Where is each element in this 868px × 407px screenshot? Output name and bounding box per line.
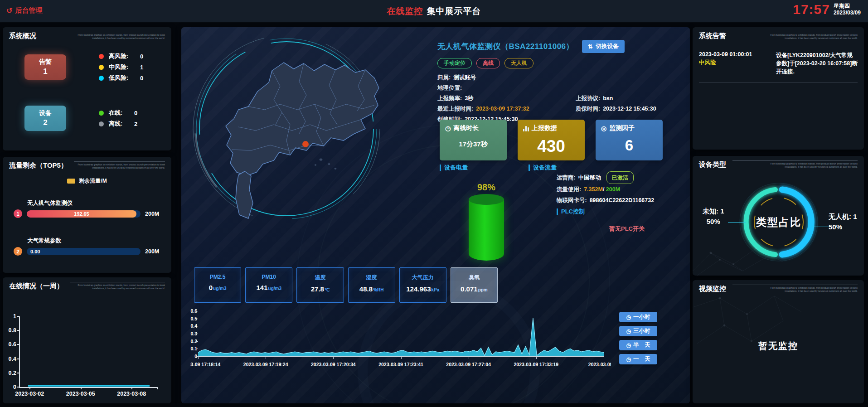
panel-note-line2: installations, it has been used by renow… (785, 165, 858, 169)
panel-title: 在线情况（一周） (9, 282, 63, 291)
state-legend: 在线: 0 离线: 2 (99, 109, 137, 128)
clock-icon: ◷ (626, 328, 631, 334)
proto-value: bsn (603, 95, 613, 102)
y-tick-label: 0.8 (9, 327, 16, 334)
panel-title: 流量剩余（TOP5） (9, 161, 68, 170)
sensor-card-温度[interactable]: 温度27.8℃ (296, 267, 344, 303)
plc-empty-text: 暂无PLC开关 (609, 225, 645, 233)
device-location-marker[interactable]: device location (302, 141, 309, 147)
online-dot (99, 111, 104, 116)
owner-value: 测试账号 (453, 74, 476, 81)
panel-video-monitor: 视频监控 From bootstrap graphics to exhibiti… (693, 280, 864, 403)
panel-system-overview: 系统概况 From bootstrap graphics to exhibiti… (3, 27, 171, 150)
device-name: 无人机气体监测仪（BSA221101006） (437, 41, 574, 52)
device-tag: 手动定位 (437, 58, 472, 68)
page-title-rest: 集中展示平台 (427, 6, 481, 16)
switch-device-button[interactable]: ⇅ 切换设备 (582, 40, 624, 53)
sensor-name: 温度 (315, 274, 325, 281)
trend-area-series (198, 311, 604, 356)
y-tick-label: 0.2 (9, 370, 16, 376)
sensor-name: PM2.5 (210, 274, 226, 280)
high-risk-dot (99, 54, 104, 59)
panel-note: From bootstrap graphics to exhibition st… (70, 282, 165, 290)
clock-icon: ◷ (626, 342, 631, 349)
x-tick-label: 2023-03-09 17:19:24 (243, 362, 288, 367)
sensor-unit: ug/m3 (268, 286, 281, 291)
x-tick-label: 2023-03-09 17 (588, 362, 611, 367)
panel-note-line1: From bootstrap graphics to exhibition st… (78, 34, 165, 37)
battery-section-label: 设备电量 (440, 165, 468, 171)
traffic-bar-max: 200M (145, 211, 165, 217)
device-tag: 无人机 (504, 58, 533, 68)
battery-gauge: 98% (469, 182, 504, 264)
range-button-one-hour[interactable]: ◷一小时 (619, 312, 657, 322)
sensor-value: 27.8 (311, 285, 324, 293)
battery-cylinder (469, 195, 504, 264)
traffic-legend: 剩余流量/M (9, 177, 165, 185)
sensor-card-臭氧[interactable]: 臭氧0.071ppm (451, 267, 498, 303)
x-tick-label: 2023-03-09 17:23:41 (378, 362, 423, 367)
sensor-unit: ug/m3 (213, 286, 226, 291)
sensor-card-大气压力[interactable]: 大气压力124.963kPa (399, 267, 446, 303)
alarm-count-card: 告警 1 (24, 54, 66, 80)
clock: 17:57 星期四 2023/03/09 (793, 2, 861, 17)
sensor-card-PM10[interactable]: PM10141ug/m3 (245, 267, 292, 303)
rank-badge: 1 (14, 209, 22, 218)
device-tags: 手动定位离线无人机 (437, 58, 687, 68)
device-tag: 离线 (476, 58, 500, 68)
panel-note-line1: From bootstrap graphics to exhibition st… (78, 163, 165, 166)
bar-chart-icon (523, 126, 529, 131)
panel-note-line1: From bootstrap graphics to exhibition st… (770, 162, 858, 165)
trend-chart: 0.60.50.40.30.20.102023-03-09 17:18:1420… (190, 306, 611, 375)
data-quota-value: 200M (606, 184, 620, 195)
legend-item: 离线: 2 (99, 120, 137, 128)
sensor-value: 124.963 (406, 285, 431, 293)
sensor-cards: PM2.50ug/m3PM10141ug/m3温度27.8℃湿度48.8%RH大… (194, 267, 498, 303)
panel-note-line2: installations, it has been used by renow… (92, 287, 165, 290)
alarm-time: 2023-03-09 01:00:01 (699, 51, 776, 58)
back-label: 后台管理 (15, 6, 42, 15)
factor-icon: ◎ (601, 125, 606, 132)
panel-note: From bootstrap graphics to exhibition st… (732, 32, 858, 40)
province-map[interactable]: device location (185, 32, 387, 245)
carrier-value: 中国移动 (578, 172, 601, 183)
x-tick-label: 2023-03-09 17:18:14 (190, 362, 220, 367)
sensor-value: 0 (209, 284, 213, 291)
traffic-bar-name: 无人机气体监测仪 (27, 199, 165, 207)
back-to-admin-link[interactable]: ↺ 后台管理 (6, 6, 42, 15)
sensor-name: 臭氧 (469, 274, 480, 281)
x-tick-label: 2023-03-09 17:20:34 (311, 362, 356, 367)
range-button-three-hours[interactable]: ◷三小时 (619, 326, 657, 336)
mid-risk-dot (99, 65, 104, 70)
donut-connector-line (811, 227, 829, 227)
clock-icon: ◷ (626, 314, 631, 320)
panel-title: 系统告警 (699, 32, 726, 40)
offline-duration-value: 17分37秒 (440, 140, 507, 149)
panel-title: 视频监控 (699, 285, 726, 293)
battery-percent: 98% (469, 182, 504, 193)
y-tick-label: 1 (13, 313, 16, 320)
device-card-value: 2 (43, 118, 47, 127)
sensor-card-湿度[interactable]: 湿度48.8%RH (348, 267, 395, 303)
clock-time: 17:57 (793, 2, 830, 17)
panel-note: From bootstrap graphics to exhibition st… (43, 32, 165, 40)
sensor-card-PM2.5[interactable]: PM2.50ug/m3 (194, 267, 241, 303)
sensor-value: 48.8 (359, 285, 373, 293)
rank-badge: 2 (14, 247, 22, 256)
header: ↺ 后台管理 在线监控集中展示平台 17:57 星期四 2023/03/09 (0, 0, 868, 23)
range-button-half-day[interactable]: ◷半 天 (619, 340, 657, 350)
device-info: 无人机气体监测仪（BSA221101006） ⇅ 切换设备 手动定位离线无人机 … (437, 40, 687, 125)
video-empty-text: 暂无监控 (693, 340, 864, 352)
panel-note: From bootstrap graphics to exhibition st… (732, 160, 858, 169)
range-button-one-day[interactable]: ◷一 天 (619, 354, 657, 364)
report-count-card: 上报数据 430 (518, 120, 585, 160)
x-tick-label: 2023-03-05 (66, 391, 95, 397)
back-icon: ↺ (6, 6, 12, 15)
trend-range-buttons: ◷一小时◷三小时◷半 天◷一 天 (619, 312, 657, 364)
freq-value: 3秒 (465, 95, 473, 102)
panel-title: 设备类型 (699, 160, 726, 169)
online-week-series-line (28, 385, 150, 387)
x-tick-label: 2023-03-02 (15, 391, 44, 397)
risk-legend: 高风险: 0 中风险: 1 低风险: 0 (99, 52, 143, 82)
sensor-unit: kPa (431, 287, 439, 292)
